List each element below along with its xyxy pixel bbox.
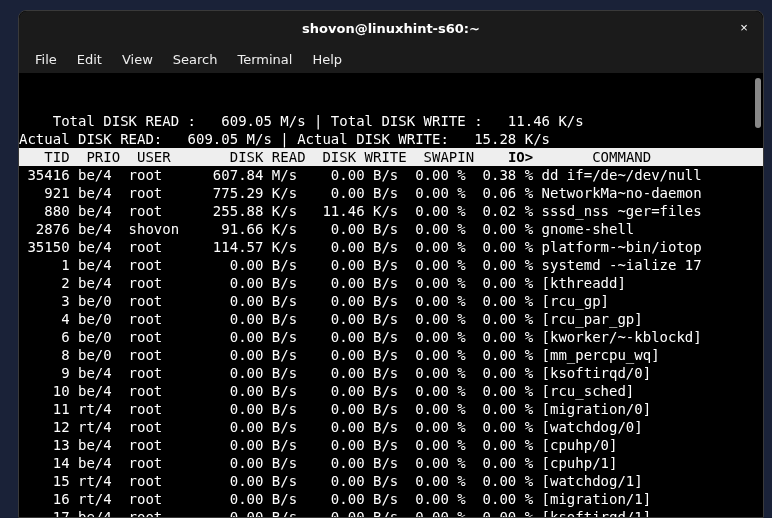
terminal-output[interactable]: Total DISK READ : 609.05 M/s | Total DIS…	[19, 74, 763, 517]
process-row: 3 be/0 root 0.00 B/s 0.00 B/s 0.00 % 0.0…	[19, 292, 763, 310]
menubar: File Edit View Search Terminal Help	[19, 45, 763, 74]
process-row: 12 rt/4 root 0.00 B/s 0.00 B/s 0.00 % 0.…	[19, 418, 763, 436]
titlebar[interactable]: shovon@linuxhint-s60:~ ×	[19, 11, 763, 45]
process-row: 10 be/4 root 0.00 B/s 0.00 B/s 0.00 % 0.…	[19, 382, 763, 400]
process-row: 13 be/4 root 0.00 B/s 0.00 B/s 0.00 % 0.…	[19, 436, 763, 454]
process-row: 35416 be/4 root 607.84 M/s 0.00 B/s 0.00…	[19, 166, 763, 184]
scrollbar-thumb[interactable]	[755, 78, 761, 128]
menu-file[interactable]: File	[25, 48, 67, 71]
process-row: 2876 be/4 shovon 91.66 K/s 0.00 B/s 0.00…	[19, 220, 763, 238]
process-row: 11 rt/4 root 0.00 B/s 0.00 B/s 0.00 % 0.…	[19, 400, 763, 418]
process-row: 921 be/4 root 775.29 K/s 0.00 B/s 0.00 %…	[19, 184, 763, 202]
process-row: 16 rt/4 root 0.00 B/s 0.00 B/s 0.00 % 0.…	[19, 490, 763, 508]
summary-line-1: Total DISK READ : 609.05 M/s | Total DIS…	[53, 113, 584, 129]
process-row: 8 be/0 root 0.00 B/s 0.00 B/s 0.00 % 0.0…	[19, 346, 763, 364]
process-row: 35150 be/4 root 114.57 K/s 0.00 B/s 0.00…	[19, 238, 763, 256]
column-header: TID PRIO USER DISK READ DISK WRITE SWAPI…	[19, 148, 763, 166]
process-row: 1 be/4 root 0.00 B/s 0.00 B/s 0.00 % 0.0…	[19, 256, 763, 274]
summary-line-2: Actual DISK READ: 609.05 M/s | Actual DI…	[19, 131, 550, 147]
window-title: shovon@linuxhint-s60:~	[302, 21, 480, 36]
process-row: 9 be/4 root 0.00 B/s 0.00 B/s 0.00 % 0.0…	[19, 364, 763, 382]
menu-search[interactable]: Search	[163, 48, 228, 71]
terminal-window: shovon@linuxhint-s60:~ × File Edit View …	[18, 10, 764, 518]
menu-view[interactable]: View	[112, 48, 163, 71]
process-row: 15 rt/4 root 0.00 B/s 0.00 B/s 0.00 % 0.…	[19, 472, 763, 490]
close-icon[interactable]: ×	[735, 19, 753, 37]
menu-edit[interactable]: Edit	[67, 48, 112, 71]
process-row: 6 be/0 root 0.00 B/s 0.00 B/s 0.00 % 0.0…	[19, 328, 763, 346]
menu-help[interactable]: Help	[302, 48, 352, 71]
process-row: 17 be/4 root 0.00 B/s 0.00 B/s 0.00 % 0.…	[19, 508, 763, 517]
process-row: 2 be/4 root 0.00 B/s 0.00 B/s 0.00 % 0.0…	[19, 274, 763, 292]
process-row: 4 be/0 root 0.00 B/s 0.00 B/s 0.00 % 0.0…	[19, 310, 763, 328]
process-row: 880 be/4 root 255.88 K/s 11.46 K/s 0.00 …	[19, 202, 763, 220]
process-row: 14 be/4 root 0.00 B/s 0.00 B/s 0.00 % 0.…	[19, 454, 763, 472]
menu-terminal[interactable]: Terminal	[227, 48, 302, 71]
